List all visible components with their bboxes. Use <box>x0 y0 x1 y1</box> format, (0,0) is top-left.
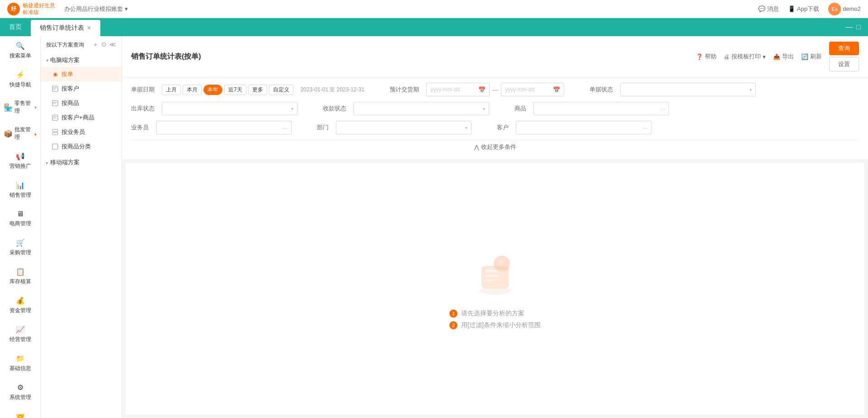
by-salesperson-icon <box>52 128 59 136</box>
collapse-scheme-icon[interactable]: ≪ <box>109 41 116 49</box>
scheme-panel: 按以下方案查询 ＋ ⊙ ≪ ▾ 电脑端方案 ◉ 按单 <box>41 36 122 418</box>
scheme-item-by-category[interactable]: 按商品分类 <box>41 139 122 154</box>
help-button[interactable]: ❓ 帮助 <box>696 52 717 61</box>
scheme-group-pc: ▾ 电脑端方案 ◉ 按单 按客户 按商品 <box>41 52 122 155</box>
purchase-icon: 🛒 <box>16 238 25 247</box>
sidebar-item-finance[interactable]: 💰 资金管理 <box>0 291 40 320</box>
page-header: 销售订单统计表(按单) ❓ 帮助 🖨 按模板打印 ▾ 📤 <box>122 36 868 77</box>
expected-date-start[interactable]: yyyy-mm-dd 📅 <box>426 83 490 96</box>
date-btn-custom[interactable]: 自定义 <box>269 85 293 95</box>
tab-home[interactable]: 首页 <box>0 18 31 36</box>
window-maximize-icon[interactable]: □ <box>856 23 861 31</box>
goods-select[interactable]: ··· <box>533 102 669 115</box>
settings-scheme-icon[interactable]: ⊙ <box>101 41 107 49</box>
tab-sales-order-stats[interactable]: 销售订单统计表 ✕ <box>31 20 100 36</box>
sidebar: 🔍 搜索菜单 ⚡ 快捷导航 🏪 零售管理 ▾ 📦 批发管理 ▴ 📢 营销推广 📊… <box>0 36 41 418</box>
status-select[interactable]: ▾ <box>620 83 756 96</box>
marketing-icon: 📢 <box>16 152 25 161</box>
sidebar-item-search[interactable]: 🔍 搜索菜单 <box>0 36 40 65</box>
collapse-icon: ⋀ <box>474 144 479 151</box>
sidebar-item-system[interactable]: ⚙ 系统管理 <box>0 378 40 407</box>
by-customer-icon <box>52 85 59 92</box>
logo-area: 好 畅捷通好生意 标准版 <box>7 2 55 15</box>
scheme-item-by-customer[interactable]: 按客户 <box>41 81 122 96</box>
empty-tip-1: 1 请先选择要分析的方案 <box>449 309 541 318</box>
expected-date-input: yyyy-mm-dd 📅 — yyyy-mm-dd 📅 <box>426 83 564 96</box>
ecommerce-icon: 🖥 <box>17 210 24 218</box>
user-menu[interactable]: Ea demo2 <box>828 3 861 15</box>
svg-rect-15 <box>485 275 499 277</box>
chevron-down-icon: ▾ <box>125 5 128 12</box>
sidebar-item-wholesale[interactable]: 📦 批发管理 ▴ <box>0 120 40 147</box>
payment-status-select[interactable]: ▾ <box>354 102 489 115</box>
customer-label: 客户 <box>497 124 509 132</box>
sidebar-item-inventory[interactable]: 📋 库存核算 <box>0 262 40 291</box>
delivery-status-select[interactable]: ▾ <box>162 102 297 115</box>
scheme-group-mobile-title[interactable]: ▸ 移动端方案 <box>41 156 122 169</box>
main-layout: 🔍 搜索菜单 ⚡ 快捷导航 🏪 零售管理 ▾ 📦 批发管理 ▴ 📢 营销推广 📊… <box>0 36 868 418</box>
filter-row-3: 业务员 ··· 部门 ▾ 客户 ··· <box>131 121 859 134</box>
refresh-button[interactable]: 🔄 刷新 <box>801 52 822 61</box>
svg-rect-0 <box>52 86 58 91</box>
filter-area: 单据日期 上月 本月 本年 近7天 更多 自定义 2023-01-01 至 20… <box>122 77 868 159</box>
topbar: 好 畅捷通好生意 标准版 办公用品行业模拟账套 ▾ 💬 消息 📱 App下载 E… <box>0 0 868 18</box>
sidebar-item-quick-nav[interactable]: ⚡ 快捷导航 <box>0 65 40 94</box>
chevron-down-icon-dept: ▾ <box>465 125 467 130</box>
retail-icon: 🏪 <box>4 103 13 112</box>
sidebar-item-ecommerce[interactable]: 🖥 电商管理 <box>0 204 40 233</box>
export-button[interactable]: 📤 导出 <box>773 52 794 61</box>
scheme-group-pc-title[interactable]: ▾ 电脑端方案 <box>41 53 122 67</box>
dots-icon-customer: ··· <box>642 124 647 131</box>
scheme-item-by-goods[interactable]: 按商品 <box>41 96 122 110</box>
filter-row-2: 出库状态 ▾ 收款状态 ▾ 商品 ··· <box>131 102 859 115</box>
settings-button[interactable]: 设置 <box>829 57 859 71</box>
scheme-item-by-customer-goods[interactable]: 按客户+商品 <box>41 110 122 125</box>
operations-icon: 📈 <box>16 325 25 334</box>
scheme-item-by-order[interactable]: ◉ 按单 <box>41 67 122 81</box>
add-scheme-icon[interactable]: ＋ <box>92 41 99 49</box>
date-btn-7days[interactable]: 近7天 <box>224 85 246 95</box>
query-button[interactable]: 查询 <box>829 42 859 55</box>
collaboration-icon: 🤝 <box>16 412 25 418</box>
department-select[interactable]: ▾ <box>336 121 472 134</box>
sidebar-item-sales[interactable]: 📊 销售管理 <box>0 176 40 204</box>
date-btn-last-month[interactable]: 上月 <box>162 85 181 95</box>
by-order-icon: ◉ <box>52 71 59 78</box>
svg-text:?: ? <box>499 260 503 267</box>
date-btn-this-month[interactable]: 本月 <box>183 85 202 95</box>
customer-select[interactable]: ··· <box>516 121 651 134</box>
template-print-button[interactable]: 🖨 按模板打印 ▾ <box>724 52 766 61</box>
window-minimize-icon[interactable]: — <box>845 23 853 31</box>
messages-button[interactable]: 💬 消息 <box>758 5 779 13</box>
scheme-group-mobile: ▸ 移动端方案 <box>41 155 122 170</box>
tabbar-actions: — □ <box>845 23 868 31</box>
date-btn-this-year[interactable]: 本年 <box>203 85 222 95</box>
sidebar-item-purchase[interactable]: 🛒 采购管理 <box>0 233 40 262</box>
by-cg-icon <box>52 114 59 121</box>
page-title: 销售订单统计表(按单) <box>131 52 201 62</box>
tabbar: 首页 销售订单统计表 ✕ — □ <box>0 18 868 36</box>
dots-icon-salesperson: ··· <box>283 124 288 131</box>
scheme-item-by-salesperson[interactable]: 按业务员 <box>41 125 122 139</box>
sidebar-item-base-info[interactable]: 📁 基础信息 <box>0 349 40 378</box>
topbar-left: 好 畅捷通好生意 标准版 办公用品行业模拟账套 ▾ <box>7 2 132 15</box>
date-btn-more[interactable]: 更多 <box>248 85 267 95</box>
tab-close-icon[interactable]: ✕ <box>87 25 91 31</box>
logo-text: 畅捷通好生意 标准版 <box>23 2 55 15</box>
collapse-filters-button[interactable]: ⋀ 收起更多条件 <box>131 140 859 154</box>
scheme-panel-header: 按以下方案查询 ＋ ⊙ ≪ <box>41 41 122 52</box>
app-download-button[interactable]: 📱 App下载 <box>788 5 819 13</box>
date-label: 单据日期 <box>131 86 155 94</box>
salesperson-select[interactable]: ··· <box>156 121 292 134</box>
sidebar-item-operations[interactable]: 📈 经营管理 <box>0 320 40 349</box>
dots-icon-goods: ··· <box>660 105 665 112</box>
expected-date-end[interactable]: yyyy-mm-dd 📅 <box>501 83 564 96</box>
by-category-icon <box>52 143 59 150</box>
sidebar-item-marketing[interactable]: 📢 营销推广 <box>0 147 40 176</box>
app-selector[interactable]: 办公用品行业模拟账套 ▾ <box>61 5 132 13</box>
main-area: 销售订单统计表(按单) ❓ 帮助 🖨 按模板打印 ▾ 📤 <box>122 36 868 418</box>
sidebar-item-collaboration[interactable]: 🤝 企业协同 <box>0 407 40 418</box>
chevron-down-icon-status: ▾ <box>750 87 752 92</box>
page-title-row: 销售订单统计表(按单) ❓ 帮助 🖨 按模板打印 ▾ 📤 <box>131 42 859 71</box>
sidebar-item-retail[interactable]: 🏪 零售管理 ▾ <box>0 94 40 120</box>
